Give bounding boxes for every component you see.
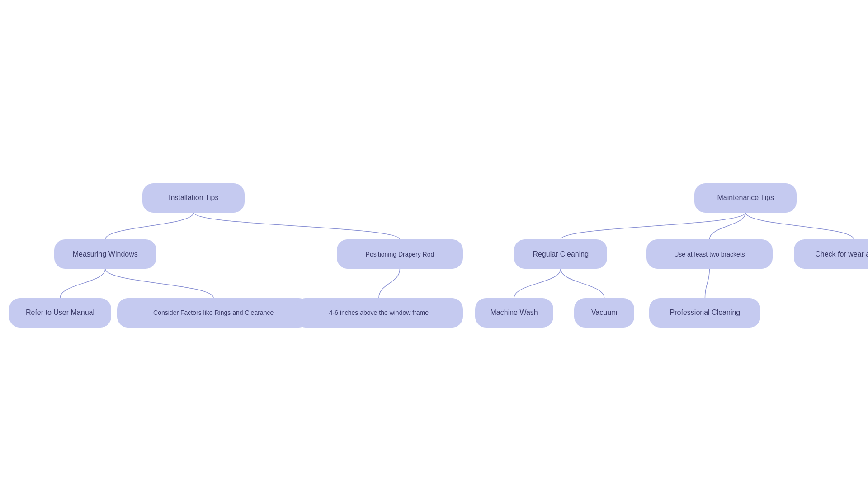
node-label-professional_cleaning: Professional Cleaning	[670, 309, 741, 317]
connector-use_two_brackets-professional_cleaning	[705, 269, 709, 298]
connector-maintenance_tips-check_wear	[745, 213, 854, 239]
node-label-vacuum: Vacuum	[591, 309, 618, 317]
node-machine_wash[interactable]: Machine Wash	[475, 298, 553, 328]
connector-measuring_windows-refer_manual	[60, 269, 105, 298]
node-refer_manual[interactable]: Refer to User Manual	[9, 298, 111, 328]
connector-installation_tips-positioning_drapery	[193, 213, 400, 239]
node-label-four_six_inches: 4-6 inches above the window frame	[329, 309, 429, 316]
connector-maintenance_tips-regular_cleaning	[561, 213, 745, 239]
node-maintenance_tips[interactable]: Maintenance Tips	[694, 183, 797, 213]
node-label-maintenance_tips: Maintenance Tips	[717, 194, 774, 202]
connector-measuring_windows-consider_factors	[105, 269, 213, 298]
node-professional_cleaning[interactable]: Professional Cleaning	[649, 298, 760, 328]
connector-maintenance_tips-use_two_brackets	[709, 213, 745, 239]
node-label-installation_tips: Installation Tips	[169, 194, 218, 202]
node-label-positioning_drapery: Positioning Drapery Rod	[366, 251, 434, 258]
node-positioning_drapery[interactable]: Positioning Drapery Rod	[337, 239, 463, 269]
node-installation_tips[interactable]: Installation Tips	[142, 183, 245, 213]
node-label-regular_cleaning: Regular Cleaning	[533, 250, 589, 258]
node-label-measuring_windows: Measuring Windows	[73, 250, 138, 258]
node-four_six_inches[interactable]: 4-6 inches above the window frame	[295, 298, 463, 328]
node-label-consider_factors: Consider Factors like Rings and Clearanc…	[153, 309, 274, 316]
node-regular_cleaning[interactable]: Regular Cleaning	[514, 239, 607, 269]
node-label-machine_wash: Machine Wash	[491, 309, 538, 317]
node-label-use_two_brackets: Use at least two brackets	[674, 251, 745, 258]
connector-installation_tips-measuring_windows	[105, 213, 194, 239]
connector-positioning_drapery-four_six_inches	[379, 269, 400, 298]
connector-regular_cleaning-machine_wash	[514, 269, 561, 298]
node-label-refer_manual: Refer to User Manual	[26, 309, 94, 317]
node-use_two_brackets[interactable]: Use at least two brackets	[646, 239, 773, 269]
node-vacuum[interactable]: Vacuum	[574, 298, 634, 328]
node-measuring_windows[interactable]: Measuring Windows	[54, 239, 156, 269]
node-check_wear[interactable]: Check for wear and tear	[794, 239, 868, 269]
node-consider_factors[interactable]: Consider Factors like Rings and Clearanc…	[117, 298, 310, 328]
node-label-check_wear: Check for wear and tear	[815, 250, 868, 258]
connector-regular_cleaning-vacuum	[561, 269, 604, 298]
